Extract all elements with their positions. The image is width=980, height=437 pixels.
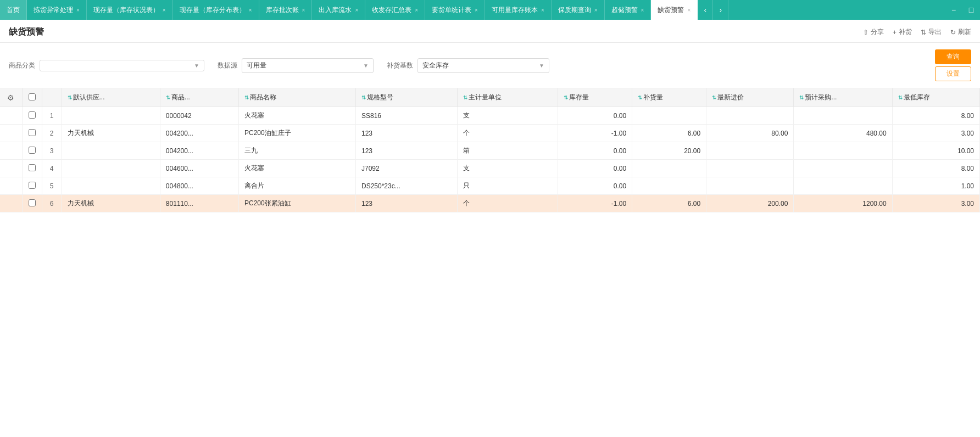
td-min-stock: 8.00 xyxy=(892,160,979,177)
select-all-checkbox[interactable] xyxy=(29,93,36,100)
tab-close-icon[interactable]: × xyxy=(415,7,418,13)
replenish-base-select[interactable]: 安全库存 ▼ xyxy=(417,58,549,73)
td-product-code: 004200... xyxy=(160,125,238,142)
tab-close-icon[interactable]: × xyxy=(302,7,305,13)
tab-收发存汇总表[interactable]: 收发存汇总表 × xyxy=(365,0,425,20)
tab-close-icon[interactable]: × xyxy=(541,7,544,13)
td-row-no: 3 xyxy=(42,142,62,160)
tab-bar: 首页 拣货异常处理 × 现存量（库存状况表） × 现存量（库存分布表） × 库存… xyxy=(0,0,980,20)
tab-保质期查询[interactable]: 保质期查询 × xyxy=(552,0,605,20)
tab-拣货异常处理[interactable]: 拣货异常处理 × xyxy=(27,0,87,20)
tab-超储预警[interactable]: 超储预警 × xyxy=(605,0,652,20)
row-checkbox[interactable] xyxy=(29,129,36,136)
td-unit: 个 xyxy=(457,125,558,142)
th-replenish-qty[interactable]: ⇅补货量 xyxy=(632,88,706,107)
row-checkbox[interactable] xyxy=(29,164,36,171)
refresh-label: 刷新 xyxy=(958,27,971,37)
replenish-base-label: 补货基数 xyxy=(387,61,413,70)
td-default-supplier: 力天机械 xyxy=(62,195,160,212)
tab-出入库流水[interactable]: 出入库流水 × xyxy=(312,0,365,20)
filter-bar: 商品分类 ▼ 数据源 可用量 ▼ 补货基数 安全库存 ▼ 查询 设置 xyxy=(0,43,980,88)
td-default-supplier: 力天机械 xyxy=(62,125,160,142)
td-gear xyxy=(0,195,22,212)
settings-button[interactable]: 设置 xyxy=(935,66,971,81)
td-product-code: 004200... xyxy=(160,142,238,160)
th-est-purchase[interactable]: ⇅预计采购... xyxy=(794,88,892,107)
tab-缺货预警[interactable]: 缺货预警 × xyxy=(651,0,698,20)
th-latest-price[interactable]: ⇅最新进价 xyxy=(706,88,794,107)
tab-现存量库存分布表[interactable]: 现存量（库存分布表） × xyxy=(173,0,259,20)
tab-next-button[interactable]: › xyxy=(713,0,728,20)
th-min-stock[interactable]: ⇅最低库存 xyxy=(892,88,979,107)
tab-label: 拣货异常处理 xyxy=(34,5,73,15)
th-gear[interactable]: ⚙ xyxy=(0,88,22,107)
td-checkbox[interactable] xyxy=(22,107,42,125)
table-body: 1 0000042 火花塞 SS816 支 0.00 8.00 2 力天机械 0… xyxy=(0,107,980,212)
export-button[interactable]: ⇅ 导出 xyxy=(921,27,942,37)
td-min-stock: 8.00 xyxy=(892,107,979,125)
td-product-name: 三九 xyxy=(239,142,356,160)
tab-库存批次账[interactable]: 库存批次账 × xyxy=(259,0,313,20)
tab-close-icon[interactable]: × xyxy=(163,7,166,13)
share-button[interactable]: ⇧ 分享 xyxy=(863,27,884,37)
tab-可用量库存账本[interactable]: 可用量库存账本 × xyxy=(485,0,552,20)
td-spec: 123 xyxy=(356,125,458,142)
td-row-no: 2 xyxy=(42,125,62,142)
td-checkbox[interactable] xyxy=(22,160,42,177)
row-checkbox[interactable] xyxy=(29,182,36,189)
window-minimize-button[interactable]: − xyxy=(945,5,962,14)
tab-close-icon[interactable]: × xyxy=(594,7,598,13)
td-spec: DS250*23c... xyxy=(356,177,458,195)
query-button[interactable]: 查询 xyxy=(935,49,971,64)
td-est-purchase: 480.00 xyxy=(794,125,892,142)
datasource-select[interactable]: 可用量 ▼ xyxy=(242,58,374,73)
tab-close-icon[interactable]: × xyxy=(249,7,252,13)
gear-icon[interactable]: ⚙ xyxy=(7,93,14,102)
row-checkbox[interactable] xyxy=(29,111,36,119)
th-stock[interactable]: ⇅库存量 xyxy=(558,88,632,107)
tab-close-icon[interactable]: × xyxy=(76,7,80,13)
category-select[interactable]: ▼ xyxy=(40,60,204,71)
th-default-supplier[interactable]: ⇅默认供应... xyxy=(62,88,160,107)
td-est-purchase xyxy=(794,107,892,125)
row-checkbox[interactable] xyxy=(29,147,36,154)
td-checkbox[interactable] xyxy=(22,195,42,212)
category-label: 商品分类 xyxy=(9,61,35,70)
table-row: 3 004200... 三九 123 箱 0.00 20.00 10.00 xyxy=(0,142,980,160)
tab-close-icon[interactable]: × xyxy=(355,7,358,13)
td-checkbox[interactable] xyxy=(22,125,42,142)
td-product-name: PC200张紧油缸 xyxy=(239,195,356,212)
tab-close-icon[interactable]: × xyxy=(475,7,478,13)
th-unit[interactable]: ⇅主计量单位 xyxy=(457,88,558,107)
td-checkbox[interactable] xyxy=(22,177,42,195)
td-gear xyxy=(0,125,22,142)
row-checkbox[interactable] xyxy=(29,199,36,206)
th-product-code[interactable]: ⇅商品... xyxy=(160,88,238,107)
td-checkbox[interactable] xyxy=(22,142,42,160)
tab-prev-button[interactable]: ‹ xyxy=(698,0,713,20)
replenish-button[interactable]: + 补货 xyxy=(893,27,912,37)
th-spec[interactable]: ⇅规格型号 xyxy=(356,88,458,107)
sort-icon: ⇅ xyxy=(463,94,467,100)
window-maximize-button[interactable]: □ xyxy=(962,5,980,14)
tab-现存量库存状况表[interactable]: 现存量（库存状况表） × xyxy=(87,0,173,20)
tab-label: 要货单统计表 xyxy=(432,5,471,15)
replenish-base-chevron-down-icon: ▼ xyxy=(539,63,544,69)
tab-要货单统计表[interactable]: 要货单统计表 × xyxy=(425,0,485,20)
replenish-base-filter-group: 补货基数 安全库存 ▼ xyxy=(387,58,549,73)
td-stock: 0.00 xyxy=(558,107,632,125)
th-product-name[interactable]: ⇅商品名称 xyxy=(239,88,356,107)
page-header: 缺货预警 ⇧ 分享 + 补货 ⇅ 导出 ↻ 刷新 xyxy=(0,20,980,43)
refresh-button[interactable]: ↻ 刷新 xyxy=(950,27,971,37)
tab-close-icon[interactable]: × xyxy=(641,7,644,13)
td-replenish-qty: 6.00 xyxy=(632,125,706,142)
tab-首页[interactable]: 首页 xyxy=(0,0,27,20)
td-unit: 箱 xyxy=(457,142,558,160)
td-default-supplier xyxy=(62,160,160,177)
table-row: 4 004600... 火花塞 J7092 支 0.00 8.00 xyxy=(0,160,980,177)
th-checkbox[interactable] xyxy=(22,88,42,107)
td-unit: 支 xyxy=(457,160,558,177)
td-stock: -1.00 xyxy=(558,195,632,212)
tab-close-icon[interactable]: × xyxy=(687,7,691,13)
category-filter-group: 商品分类 ▼ xyxy=(9,60,204,71)
